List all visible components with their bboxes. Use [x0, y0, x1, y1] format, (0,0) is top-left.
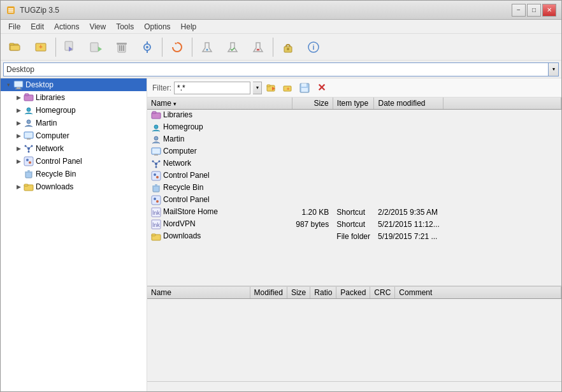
menu-item-actions[interactable]: Actions [49, 21, 84, 33]
library-icon [151, 110, 161, 120]
file-type-cell: Shortcut [333, 219, 374, 231]
toolbar-check-button[interactable] [220, 36, 245, 59]
filter-dropdown[interactable]: ▾ [253, 82, 262, 94]
menu-item-tools[interactable]: Tools [111, 21, 139, 33]
toolbar-encrypt-button[interactable] [276, 36, 300, 59]
hscroll-bar[interactable] [147, 381, 561, 391]
table-row[interactable]: Network [147, 158, 561, 170]
file-type-cell [333, 194, 374, 207]
tree-item-recyclebin[interactable]: ▶ Recycle Bin [1, 168, 147, 180]
col-size[interactable]: Size [292, 98, 333, 110]
expander-homegroup[interactable]: ▶ [13, 105, 24, 115]
homegroup-icon [151, 122, 161, 133]
expander-libraries[interactable]: ▶ [13, 92, 24, 103]
expander-controlpanel[interactable]: ▶ [13, 156, 24, 166]
toolbar-new-button[interactable]: + [29, 36, 53, 59]
tree-item-libraries[interactable]: ▶ Libraries [1, 91, 147, 104]
table-row[interactable]: Control Panel [147, 194, 561, 207]
arch-col-crc[interactable]: CRC [370, 287, 395, 299]
svg-rect-81 [152, 196, 161, 205]
desktop-icon [13, 80, 24, 90]
tree-item-network[interactable]: ▶ Network [1, 142, 147, 155]
minimize-button[interactable]: − [512, 4, 526, 17]
file-list-upper[interactable]: Name Size Item type Date modified [147, 98, 561, 287]
address-dropdown[interactable]: ▾ [549, 62, 559, 76]
file-size-cell [292, 146, 333, 158]
toolbar-delete-button[interactable] [110, 36, 134, 59]
table-row[interactable]: lnkMailStore Home1.20 KBShortcut2/2/2015… [147, 207, 561, 219]
tree-label-recyclebin: Recycle Bin [36, 170, 76, 178]
table-row[interactable]: DownloadsFile folder5/19/2015 7:21 ... [147, 231, 561, 243]
tree-item-computer[interactable]: ▶ Computer [1, 129, 147, 142]
toolbar-clean-button[interactable] [246, 36, 270, 59]
arch-col-size[interactable]: Size [287, 287, 310, 299]
arch-col-modified[interactable]: Modified [250, 287, 287, 299]
new-icon: + [34, 40, 48, 54]
arch-col-name[interactable]: Name [147, 287, 250, 299]
filter-new-button[interactable]: + [281, 81, 295, 95]
martin-icon [24, 118, 34, 128]
check-icon [226, 40, 240, 54]
toolbar-add-button[interactable] [84, 36, 108, 59]
menu-item-edit[interactable]: Edit [25, 21, 49, 33]
toolbar-view-button[interactable] [135, 36, 159, 59]
menu-item-file[interactable]: File [3, 21, 25, 33]
svg-rect-30 [14, 81, 23, 87]
table-row[interactable]: Libraries [147, 110, 561, 122]
toolbar-open-button[interactable] [3, 36, 27, 59]
file-name-cell: Downloads [147, 231, 292, 243]
table-row[interactable]: Recycle Bin [147, 182, 561, 194]
toolbar-info-button[interactable]: i [301, 36, 326, 59]
svg-rect-75 [152, 171, 161, 180]
expander-computer[interactable]: ▶ [13, 131, 24, 141]
svg-rect-31 [17, 87, 20, 89]
menu-item-help[interactable]: Help [176, 21, 202, 33]
table-row[interactable]: Homegroup [147, 122, 561, 134]
filter-input[interactable]: *.* [174, 82, 250, 94]
filter-open-button[interactable] [264, 81, 278, 95]
homegroup-icon [24, 105, 34, 115]
svg-rect-2 [8, 10, 13, 11]
titlebar-controls: − □ ✕ [512, 4, 556, 17]
file-size-cell: 987 bytes [292, 219, 333, 231]
close-button[interactable]: ✕ [542, 4, 556, 17]
col-modified[interactable]: Date modified [374, 98, 443, 110]
file-modified-cell [374, 134, 443, 146]
arch-col-comment[interactable]: Comment [395, 287, 561, 299]
tree-item-homegroup[interactable]: ▶ Homegroup [1, 104, 147, 117]
file-size-cell [292, 170, 333, 182]
svg-point-64 [154, 125, 158, 129]
table-row[interactable]: Control Panel [147, 170, 561, 182]
expander-martin[interactable]: ▶ [13, 118, 24, 128]
file-name-cell: Computer [147, 146, 292, 158]
table-row[interactable]: lnkNordVPN987 bytesShortcut5/21/2015 11:… [147, 219, 561, 231]
arch-col-ratio[interactable]: Ratio [310, 287, 336, 299]
maximize-button[interactable]: □ [527, 4, 541, 17]
address-input[interactable]: Desktop [3, 62, 549, 76]
col-type[interactable]: Item type [333, 98, 374, 110]
menu-item-options[interactable]: Options [139, 21, 175, 33]
tree-item-downloads[interactable]: ▶ Downloads [1, 180, 147, 193]
svg-rect-50 [25, 171, 32, 173]
toolbar-extract-button[interactable] [59, 36, 83, 59]
tree-item-controlpanel[interactable]: ▶ Control Panel [1, 155, 147, 168]
toolbar-refresh-button[interactable] [165, 36, 189, 59]
archive-list[interactable]: Name Modified Size Ratio [147, 287, 561, 381]
expander-downloads[interactable]: ▶ [13, 182, 24, 192]
menu-item-view[interactable]: View [84, 21, 111, 33]
col-name[interactable]: Name [147, 98, 292, 110]
expander-network[interactable]: ▶ [13, 143, 24, 154]
expander-desktop[interactable]: ▾ [3, 80, 13, 90]
table-row[interactable]: Computer [147, 146, 561, 158]
svg-rect-3 [8, 11, 13, 13]
tree-item-desktop[interactable]: ▾ Desktop [1, 78, 147, 91]
file-modified-cell [374, 170, 443, 182]
arch-col-packed[interactable]: Packed [336, 287, 370, 299]
filter-delete-button[interactable]: ✕ [314, 81, 328, 95]
filter-save-button[interactable] [298, 81, 312, 95]
titlebar-left: TUGZip 3.5 [6, 5, 59, 15]
table-row[interactable]: Martin [147, 134, 561, 146]
tree-item-martin[interactable]: ▶ Martin [1, 117, 147, 129]
toolbar-test-button[interactable] [195, 36, 219, 59]
toolbar-separator-1 [55, 38, 56, 57]
